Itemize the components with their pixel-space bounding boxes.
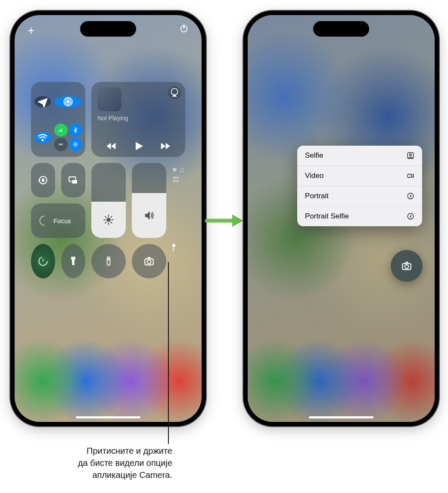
not-playing-label: Not Playing: [97, 115, 179, 122]
svg-line-21: [111, 217, 112, 218]
svg-point-2: [67, 100, 70, 103]
brightness-icon: [103, 214, 114, 225]
speaker-icon: [143, 210, 155, 221]
heart-icon[interactable]: ♥: [172, 165, 177, 174]
page-dots: [172, 244, 185, 278]
connectivity-group: [31, 82, 85, 157]
svg-rect-29: [408, 153, 414, 159]
home-indicator[interactable]: [309, 416, 373, 418]
callout-line1: Притисните и држите: [26, 445, 172, 457]
airplane-mode-button[interactable]: [34, 96, 51, 107]
airplay-icon[interactable]: [168, 86, 181, 99]
play-icon[interactable]: [133, 140, 144, 152]
phone-right: Selfie Video Portrait f Portrait Selfie: [243, 11, 439, 426]
rewind-icon[interactable]: [106, 140, 117, 152]
menu-item-label: Selfie: [305, 151, 324, 160]
focus-button[interactable]: Focus: [31, 203, 85, 238]
timer-icon: [37, 256, 49, 267]
svg-line-19: [111, 222, 112, 223]
phone-left: +: [10, 11, 206, 426]
wifi-icon: [37, 132, 48, 143]
aperture-icon: f: [407, 212, 414, 220]
airdrop-icon: [62, 96, 74, 107]
menu-item-portrait-selfie[interactable]: Portrait Selfie f: [297, 206, 422, 226]
callout-text: Притисните и држите да бисте видели опци…: [26, 445, 172, 481]
camera-button[interactable]: [132, 244, 166, 278]
add-control-button[interactable]: +: [28, 24, 34, 37]
focus-label: Focus: [53, 217, 71, 225]
svg-point-30: [410, 154, 412, 156]
svg-rect-31: [408, 174, 411, 178]
screen-mirroring-button[interactable]: [61, 163, 85, 197]
svg-line-18: [105, 217, 106, 218]
antenna-icon[interactable]: 𝌞: [172, 175, 179, 184]
person-square-icon: [407, 152, 414, 159]
menu-item-label: Portrait: [305, 192, 329, 200]
svg-point-5: [42, 139, 44, 140]
transition-arrow: [205, 211, 244, 230]
svg-line-20: [105, 222, 106, 223]
svg-rect-24: [107, 257, 110, 265]
vpn-icon: [69, 138, 82, 151]
timer-button[interactable]: [31, 244, 55, 278]
camera-button[interactable]: [391, 250, 423, 282]
bluetooth-icon: [69, 124, 82, 137]
now-playing-tile[interactable]: Not Playing: [91, 82, 185, 157]
brightness-slider[interactable]: [91, 163, 126, 238]
secondary-connectivity[interactable]: [54, 124, 82, 151]
album-art: [97, 87, 121, 111]
camera-icon: [401, 260, 412, 271]
dynamic-island: [313, 21, 369, 37]
aperture-icon: f: [407, 192, 414, 200]
remote-button[interactable]: [91, 244, 126, 278]
menu-item-selfie[interactable]: Selfie: [297, 146, 422, 166]
menu-item-label: Video: [305, 172, 324, 180]
wifi-button[interactable]: [34, 132, 51, 143]
screen-right: Selfie Video Portrait f Portrait Selfie: [248, 15, 435, 422]
callout-line3: апликације Camera.: [26, 469, 172, 481]
svg-text:f: f: [410, 194, 411, 198]
airdrop-button[interactable]: [54, 96, 82, 107]
control-center: Not Playing: [31, 82, 185, 278]
video-icon: [407, 172, 414, 180]
svg-point-13: [107, 218, 111, 222]
orientation-lock-button[interactable]: [31, 163, 55, 197]
dynamic-island: [80, 21, 136, 37]
remote-icon: [103, 256, 114, 267]
power-icon[interactable]: [179, 24, 189, 37]
svg-point-6: [60, 144, 62, 146]
menu-item-label: Portrait Selfie: [305, 212, 349, 221]
camera-context-menu: Selfie Video Portrait f Portrait Selfie: [297, 146, 422, 226]
rotation-lock-icon: [37, 175, 49, 186]
svg-point-25: [108, 259, 109, 260]
forward-icon[interactable]: [160, 140, 171, 152]
music-note-icon[interactable]: ♫: [179, 165, 185, 174]
hotspot-icon: [54, 138, 68, 151]
svg-rect-10: [42, 179, 44, 182]
callout-line: [168, 262, 169, 444]
side-shortcuts: ♥ ♫ 𝌞: [172, 163, 185, 238]
moon-icon: [38, 215, 49, 226]
flashlight-icon: [68, 256, 79, 267]
camera-icon: [143, 256, 155, 267]
home-indicator[interactable]: [76, 416, 140, 418]
svg-point-37: [405, 265, 409, 268]
flashlight-button[interactable]: [61, 244, 85, 278]
svg-text:f: f: [410, 215, 411, 218]
svg-point-27: [147, 260, 151, 264]
svg-rect-12: [72, 180, 78, 184]
airplane-icon: [37, 96, 48, 107]
callout-line2: да бисте видели опције: [26, 457, 172, 469]
cellular-icon: [54, 124, 68, 137]
menu-item-video[interactable]: Video: [297, 166, 422, 186]
screen-left: +: [15, 15, 202, 422]
screen-mirroring-icon: [68, 175, 79, 186]
menu-item-portrait[interactable]: Portrait f: [297, 186, 422, 206]
volume-slider[interactable]: [132, 163, 166, 238]
